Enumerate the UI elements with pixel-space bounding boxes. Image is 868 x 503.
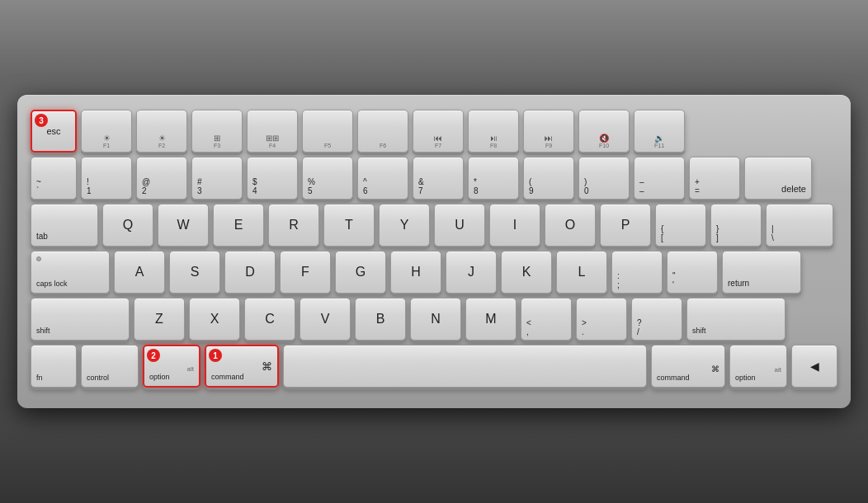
h-label: H	[411, 265, 421, 280]
return-key[interactable]: return	[722, 251, 801, 294]
0-key[interactable]: )0	[578, 157, 630, 200]
space-key[interactable]	[283, 345, 647, 388]
f1-key[interactable]: ☀ F1	[81, 110, 132, 153]
w-label: W	[177, 218, 189, 233]
f10-label: F10	[599, 143, 609, 148]
tab-key[interactable]: tab	[31, 204, 98, 247]
n-label: N	[431, 312, 441, 327]
n-key[interactable]: N	[410, 298, 461, 341]
right-command-label: command	[657, 374, 690, 382]
period-key[interactable]: >.	[576, 298, 627, 341]
caps-indicator	[36, 256, 41, 261]
5-key[interactable]: %5	[302, 157, 353, 200]
right-command-key[interactable]: ⌘ command	[651, 345, 725, 388]
backslash-key[interactable]: |\	[766, 204, 833, 247]
f10-key[interactable]: 🔇 F10	[578, 110, 630, 153]
delete-key[interactable]: delete	[744, 157, 812, 200]
t-key[interactable]: T	[323, 204, 375, 247]
w-key[interactable]: W	[158, 204, 209, 247]
f7-key[interactable]: ⏮ F7	[413, 110, 464, 153]
right-option-key[interactable]: alt option	[729, 345, 787, 388]
e-key[interactable]: E	[213, 204, 264, 247]
bracket-close-key[interactable]: }]	[710, 204, 762, 247]
q-key[interactable]: Q	[102, 204, 153, 247]
c-key[interactable]: C	[244, 298, 295, 341]
p-key[interactable]: P	[600, 204, 651, 247]
u-key[interactable]: U	[434, 204, 485, 247]
x-key[interactable]: X	[189, 298, 240, 341]
y-key[interactable]: Y	[379, 204, 430, 247]
quote-key[interactable]: "'	[667, 251, 718, 294]
r-key[interactable]: R	[268, 204, 319, 247]
h-key[interactable]: H	[390, 251, 441, 294]
s-key[interactable]: S	[169, 251, 220, 294]
p-label: P	[621, 218, 630, 233]
6-key[interactable]: ^6	[357, 157, 408, 200]
f3-key[interactable]: ⊞ F3	[191, 110, 243, 153]
8-key[interactable]: *8	[468, 157, 519, 200]
equals-key[interactable]: +=	[689, 157, 740, 200]
2-key[interactable]: @2	[136, 157, 187, 200]
9-key[interactable]: (9	[523, 157, 574, 200]
m-key[interactable]: M	[465, 298, 517, 341]
esc-key[interactable]: 3 esc	[31, 110, 77, 153]
left-arrow-key[interactable]: ◀	[791, 345, 837, 388]
i-key[interactable]: I	[489, 204, 540, 247]
tilde-key[interactable]: ~`	[31, 157, 77, 200]
d-key[interactable]: D	[224, 251, 276, 294]
f2-key[interactable]: ☀ F2	[136, 110, 187, 153]
z-label: Z	[155, 312, 163, 327]
left-shift-key[interactable]: shift	[31, 298, 130, 341]
f7-icon: ⏮	[434, 134, 442, 143]
b-key[interactable]: B	[355, 298, 406, 341]
f4-key[interactable]: ⊞⊞ F4	[247, 110, 298, 153]
f2-icon: ☀	[158, 134, 166, 143]
l-key[interactable]: L	[556, 251, 607, 294]
x-label: X	[210, 312, 219, 327]
f11-key[interactable]: 🔉 F11	[634, 110, 685, 153]
alt-label: alt	[187, 365, 194, 373]
a-key[interactable]: A	[114, 251, 165, 294]
j-key[interactable]: J	[446, 251, 497, 294]
bracket-open-key[interactable]: {[	[655, 204, 706, 247]
left-option-key[interactable]: 2 alt option	[143, 345, 200, 388]
t-label: T	[345, 218, 353, 233]
caps-lock-key[interactable]: caps lock	[31, 251, 110, 294]
z-key[interactable]: Z	[134, 298, 185, 341]
semicolon-key[interactable]: :;	[611, 251, 663, 294]
g-key[interactable]: G	[335, 251, 386, 294]
fn-key[interactable]: fn	[31, 345, 77, 388]
4-key[interactable]: $4	[247, 157, 298, 200]
d-label: D	[245, 265, 255, 280]
b-label: B	[376, 312, 385, 327]
comma-key[interactable]: <,	[521, 298, 572, 341]
keyboard-container: 3 esc ☀ F1 ☀ F2 ⊞ F3 ⊞⊞ F4 F5	[0, 0, 868, 503]
1-key[interactable]: !1	[81, 157, 132, 200]
f8-key[interactable]: ⏯ F8	[468, 110, 519, 153]
f1-icon: ☀	[103, 134, 111, 143]
f6-label: F6	[380, 143, 386, 148]
minus-key[interactable]: ––	[634, 157, 685, 200]
o-label: O	[565, 218, 575, 233]
f1-label: F1	[103, 143, 110, 148]
3-key[interactable]: #3	[191, 157, 243, 200]
left-command-key[interactable]: 1 ⌘ command	[205, 345, 279, 388]
f-key[interactable]: F	[280, 251, 331, 294]
f-label: F	[301, 265, 309, 280]
right-shift-label: shift	[692, 327, 706, 335]
slash-key[interactable]: ?/	[631, 298, 682, 341]
f9-key[interactable]: ⏭ F9	[523, 110, 574, 153]
k-key[interactable]: K	[501, 251, 552, 294]
o-key[interactable]: O	[545, 204, 596, 247]
f9-icon: ⏭	[545, 134, 553, 143]
7-key[interactable]: &7	[413, 157, 464, 200]
f11-label: F11	[654, 143, 664, 148]
f2-label: F2	[158, 143, 165, 148]
f5-key[interactable]: F5	[302, 110, 353, 153]
f3-icon: ⊞	[214, 134, 220, 143]
fn-label: fn	[36, 374, 43, 382]
v-key[interactable]: V	[300, 298, 351, 341]
f6-key[interactable]: F6	[357, 110, 408, 153]
control-key[interactable]: control	[81, 345, 139, 388]
right-shift-key[interactable]: shift	[686, 298, 785, 341]
